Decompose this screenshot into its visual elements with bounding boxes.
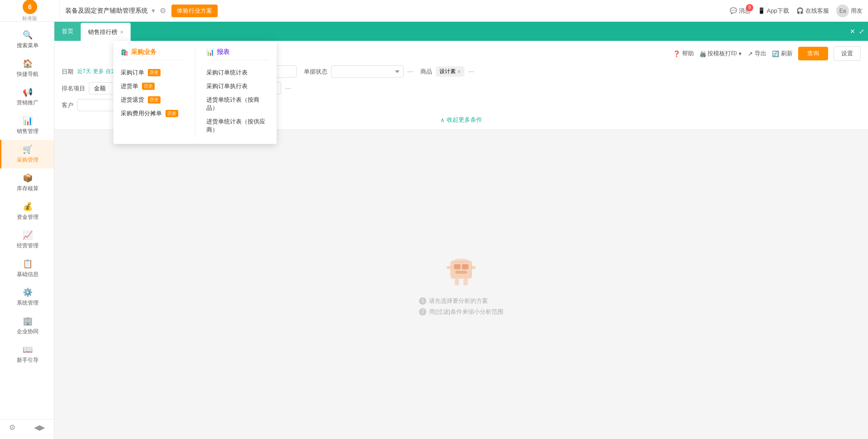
sidebar-item-finance[interactable]: 💰 资金管理 [0,197,54,226]
marketing-icon: 📢 [23,87,33,97]
menu-item-order-exec[interactable]: 采购订单执行表 [206,79,270,93]
sales-icon: 📊 [23,116,33,126]
doc-status-select[interactable] [331,65,404,78]
logo-label: 标准版 [22,15,37,22]
user-btn[interactable]: Ea 用友 [836,5,863,17]
empty-state: 1 请先选择要分析的方案 2 用[过滤]条件来缩小分析范围 [54,130,868,439]
print-btn[interactable]: 🖨️ 按模板打印 ▼ [699,49,742,58]
industry-btn[interactable]: 体验行业方案 [171,5,218,17]
return-history: 历史 [148,96,161,104]
app-download-btn[interactable]: 📱 App下载 [758,7,789,15]
svg-rect-7 [471,266,476,269]
inbound-stats-supplier-label: 进货单统计表（按供应商） [206,118,270,134]
more-date[interactable]: 更多 [93,68,104,75]
collapse-label: 收起更多条件 [447,116,482,124]
purchase-order-label: 采购订单 [121,69,144,77]
goods-field: 商品 设计素 × ··· [420,66,474,77]
home-icon: 🏠 [23,59,33,69]
menu-item-return[interactable]: 进货退货 历史 [121,93,184,107]
sidebar-item-system[interactable]: ⚙️ 系统管理 [0,283,54,311]
sidebar-item-quick-nav[interactable]: 🏠 快捷导航 [0,54,54,83]
tab-bar-right: ✕ ⤢ [850,28,868,35]
export-btn[interactable]: ↗ 导出 [748,49,766,58]
sidebar-item-sales[interactable]: 📊 销售管理 [0,111,54,140]
tab-close-icon[interactable]: × [120,29,123,35]
menu-item-inbound-stats-goods[interactable]: 进货单统计表（按商品） [206,93,270,115]
sidebar-label-finance: 资金管理 [17,213,39,221]
expense-history: 历史 [166,110,178,117]
goods-label: 商品 [420,68,432,76]
svg-text:6: 6 [28,3,32,10]
menu-item-order-stats[interactable]: 采购订单统计表 [206,66,270,79]
inbound-stats-goods-label: 进货单统计表（按商品） [206,96,270,112]
sidebar-settings-btn[interactable]: ⚙ [9,423,15,432]
quick-7days[interactable]: 近7天 [77,68,91,75]
svg-rect-4 [462,264,468,269]
message-btn[interactable]: 💬 消息 9 [730,7,751,15]
sidebar-item-operations[interactable]: 📈 经营管理 [0,226,54,254]
tip-num-2: 2 [419,308,426,316]
message-badge: 9 [746,4,753,11]
purchase-report-title: 报表 [217,48,229,56]
menu-item-purchase-order[interactable]: 采购订单 历史 [121,66,184,79]
inventory-icon: 📦 [23,173,33,183]
help-btn[interactable]: ❓ 帮助 [673,49,694,58]
svg-rect-9 [463,279,468,285]
tab-home-label: 首页 [62,27,73,35]
purchase-report-header: 📊 报表 [206,48,270,60]
finance-icon: 💰 [23,202,33,212]
top-bar-right: 💬 消息 9 📱 App下载 🎧 在线客服 Ea 用友 [730,5,863,17]
col-divider [195,48,195,137]
goods-ellipsis[interactable]: ··· [468,68,474,76]
salesperson-ellipsis[interactable]: ··· [285,84,291,93]
collapse-icon: ∧ [440,117,445,123]
sidebar-label-guide: 新手引导 [17,356,39,364]
sidebar-item-inventory[interactable]: 📦 库存核算 [0,168,54,197]
app-download-label: App下载 [767,7,789,15]
customer-label: 客户 [62,101,73,109]
logo-area: 6 标准版 [5,0,60,22]
sidebar-item-guide[interactable]: 📖 新手引导 [0,340,54,369]
goods-tag-value: 设计素 [439,68,456,75]
svg-point-10 [454,258,468,263]
settings-btn[interactable]: 设置 [834,46,861,61]
sidebar-collapse-btn[interactable]: ◀▶ [34,423,45,432]
settings-icon[interactable]: ⚙ [160,6,166,15]
sidebar-item-basic-info[interactable]: 📋 基础信息 [0,254,54,283]
sidebar-item-purchase[interactable]: 🛒 采购管理 [0,140,54,168]
online-service-label: 在线客服 [805,7,829,15]
online-service-btn[interactable]: 🎧 在线客服 [796,7,829,15]
query-btn[interactable]: 查询 [798,47,828,60]
doc-status-ellipsis[interactable]: ··· [407,68,413,76]
order-stats-label: 采购订单统计表 [206,69,248,77]
sidebar-bottom: ⚙ ◀▶ [0,419,54,435]
sidebar-item-search[interactable]: 🔍 搜索菜单 [0,25,54,54]
sidebar-item-enterprise[interactable]: 🏢 企业协同 [0,311,54,340]
guide-icon: 📖 [23,345,33,355]
purchase-business-header: 🛍️ 采购业务 [121,48,184,60]
sidebar-label-basic-info: 基础信息 [17,271,39,278]
export-label: 导出 [755,49,766,58]
content-area: 首页 销售排行榜 × ✕ ⤢ 🛍️ 采购业务 采购订单 历史 [54,22,868,439]
headset-icon: 🎧 [796,7,804,14]
message-icon: 💬 [730,7,737,14]
sidebar-label-quick-nav: 快捷导航 [17,70,39,78]
svg-rect-6 [447,266,452,269]
menu-item-expense[interactable]: 采购费用分摊单 历史 [121,107,184,120]
expense-label: 采购费用分摊单 [121,109,162,118]
tab-sales-ranking[interactable]: 销售排行榜 × [81,23,131,42]
menu-item-inbound[interactable]: 进货单 历史 [121,79,184,93]
tip-text-1: 请先选择要分析的方案 [429,297,488,305]
sidebar-item-marketing[interactable]: 📢 营销推广 [0,83,54,111]
menu-item-inbound-stats-supplier[interactable]: 进货单统计表（按供应商） [206,115,270,137]
refresh-btn[interactable]: 🔄 刷新 [772,49,793,58]
tab-expand-icon[interactable]: ⤢ [859,28,864,35]
svg-rect-5 [455,271,467,273]
return-label: 进货退货 [121,96,144,104]
title-dropdown-icon[interactable]: ▼ [151,8,156,14]
tab-collapse-icon[interactable]: ✕ [850,28,855,35]
user-label: 用友 [851,7,863,15]
sidebar-label-operations: 经营管理 [17,242,39,250]
tab-home[interactable]: 首页 [54,22,81,41]
goods-tag-close[interactable]: × [458,69,461,75]
